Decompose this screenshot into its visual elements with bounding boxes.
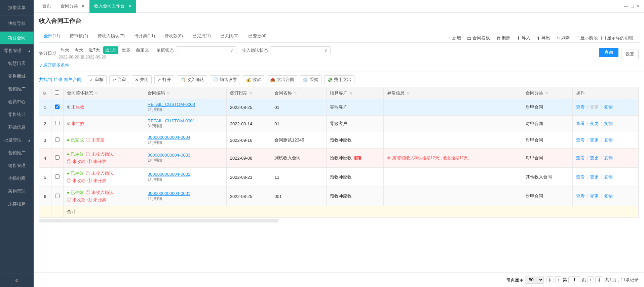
contract-code-link[interactable]: RETAIL_CUSTOM-0001 xyxy=(148,118,195,123)
show-details-input[interactable] xyxy=(601,36,606,40)
first-page-button[interactable]: |‹ xyxy=(546,276,554,283)
tab-income-contract-close[interactable]: ✕ xyxy=(128,4,131,8)
purchase-button[interactable]: 🛒 采购 xyxy=(300,75,321,84)
sort-icon[interactable]: ⇅ xyxy=(407,91,410,95)
import-button[interactable]: ⬇ 导入 xyxy=(515,34,532,42)
setting-button[interactable]: 设置 xyxy=(621,49,639,59)
prev-page-button[interactable]: ‹ xyxy=(555,276,561,283)
contract-code-link[interactable]: 0000000000004-0001 xyxy=(148,191,190,196)
contract-code-link[interactable]: RETAIL_CUSTOM-0003 xyxy=(148,102,195,107)
minimize-icon[interactable]: — xyxy=(624,4,628,9)
sidebar-item-marketing2[interactable]: 营销推广 xyxy=(0,147,34,159)
date-opt-7days[interactable]: 近7天 xyxy=(87,46,102,54)
view-link[interactable]: 查看 xyxy=(576,104,585,110)
copy-link[interactable]: 复制 xyxy=(604,155,613,161)
sort-icon[interactable]: ⇅ xyxy=(95,91,98,95)
sub-tab-closed[interactable]: 已关闭(0) xyxy=(216,30,243,42)
contract-code-link[interactable]: 0000000000004-0002 xyxy=(148,172,190,177)
date-opt-custom[interactable]: 自定义 xyxy=(134,46,151,54)
edit-link[interactable]: 变更 xyxy=(590,174,599,180)
page-size-dropdown[interactable]: 50 100 200 xyxy=(525,276,544,284)
row-checkbox[interactable] xyxy=(55,137,60,142)
approve-button[interactable]: ✓ 审核 xyxy=(87,75,107,84)
sort-icon[interactable]: ⇅ xyxy=(249,91,252,95)
sub-tab-pending-collection[interactable]: 待收款(8) xyxy=(160,30,188,42)
sidebar-item-ecommerce[interactable]: 小畅电商 xyxy=(0,172,34,185)
income-confirm-select[interactable]: ∨ xyxy=(270,46,331,54)
close-icon[interactable]: ✕ xyxy=(636,4,640,9)
edit-link[interactable]: 变更 xyxy=(590,137,599,143)
sales-invoice-button[interactable]: 📄 销售发票 xyxy=(210,75,240,84)
date-opt-1month[interactable]: 近1月 xyxy=(103,46,118,54)
view-link[interactable]: 查看 xyxy=(576,155,585,161)
tab-contract-category-close[interactable]: ✕ xyxy=(81,4,85,8)
delete-button[interactable]: 🗑 删除 xyxy=(495,34,512,42)
td-checkbox[interactable] xyxy=(51,149,63,168)
row-checkbox[interactable] xyxy=(55,155,60,160)
row-checkbox[interactable] xyxy=(55,194,60,198)
sidebar-item-smart-store[interactable]: 智慧门店 xyxy=(0,57,34,70)
view-link[interactable]: 查看 xyxy=(576,137,585,143)
sort-icon[interactable]: ⇅ xyxy=(167,91,170,95)
row-checkbox[interactable] xyxy=(55,105,60,109)
doc-status-select[interactable]: ∨ xyxy=(176,46,236,54)
copy-link[interactable]: 复制 xyxy=(604,174,613,180)
select-all-checkbox[interactable] xyxy=(55,90,59,95)
td-checkbox[interactable] xyxy=(51,99,63,116)
abandon-button[interactable]: ↩ 弃审 xyxy=(109,75,129,84)
show-segments-input[interactable] xyxy=(575,36,579,40)
row-checkbox[interactable] xyxy=(55,174,60,179)
show-segments-checkbox[interactable]: 显示阶段 xyxy=(575,35,598,41)
sub-tab-changed[interactable]: 已变更(4) xyxy=(243,30,271,42)
tab-home[interactable]: 首页 xyxy=(38,0,56,13)
date-opt-yesterday[interactable]: 昨天 xyxy=(59,46,71,54)
td-checkbox[interactable] xyxy=(51,132,63,149)
scrollbar-horizontal[interactable] xyxy=(39,219,279,222)
settings-icon[interactable]: ⚙ xyxy=(42,91,46,96)
copy-link[interactable]: 复制 xyxy=(604,137,613,143)
query-button[interactable]: 查询 xyxy=(599,48,618,57)
expand-button[interactable]: ∨ 展开更多条件 xyxy=(39,62,639,68)
export-button[interactable]: ⬆ 导出 xyxy=(535,34,552,42)
sidebar-item-marketing[interactable]: 营销推广 xyxy=(0,83,34,95)
td-checkbox[interactable] xyxy=(51,168,63,187)
sort-icon[interactable]: ⇅ xyxy=(545,91,548,95)
row-checkbox[interactable] xyxy=(55,121,60,125)
view-link[interactable]: 查看 xyxy=(576,174,585,180)
sub-tab-pending-income-confirm[interactable]: 待收入确认(7) xyxy=(93,30,129,42)
date-opt-today[interactable]: 今天 xyxy=(73,46,85,54)
collection-button[interactable]: 💰 收款 xyxy=(243,75,264,84)
td-checkbox[interactable] xyxy=(51,187,63,206)
maximize-icon[interactable]: □ xyxy=(631,4,634,9)
sort-icon[interactable]: ⇅ xyxy=(294,91,297,95)
sub-tab-done[interactable]: 已完成(1) xyxy=(188,30,216,42)
expense-button[interactable]: 💸 费用支出 xyxy=(324,75,354,84)
new-button[interactable]: + 新增 xyxy=(447,34,462,42)
td-checkbox[interactable] xyxy=(51,116,63,132)
sidebar-item-retail-mgmt[interactable]: 零售管理 ▲ xyxy=(0,44,34,57)
contract-board-button[interactable]: ▤ 合同看板 xyxy=(466,34,491,42)
sidebar-item-project-contract[interactable]: 项目合同 xyxy=(0,32,34,44)
sidebar-item-retail-mall[interactable]: 零售商城 xyxy=(0,70,34,83)
show-details-checkbox[interactable]: 显示标的明细 xyxy=(601,35,633,41)
sidebar-search[interactable]: 搜索菜单 xyxy=(0,0,34,16)
page-number-input[interactable] xyxy=(568,276,580,283)
income-confirm-button[interactable]: 📋 收入确认 xyxy=(177,75,207,84)
edit-link[interactable]: 变更 xyxy=(590,121,599,127)
edit-link[interactable]: 变更 xyxy=(590,193,599,199)
edit-link[interactable]: 变更 xyxy=(590,104,599,110)
sort-icon[interactable]: ⇅ xyxy=(349,91,352,95)
tab-contract-category[interactable]: 合同分类 ✕ xyxy=(56,0,89,13)
sidebar-item-member[interactable]: 会员中心 xyxy=(0,95,34,108)
view-link[interactable]: 查看 xyxy=(576,193,585,199)
sub-tab-all[interactable]: 全部(11) xyxy=(39,30,65,42)
sidebar-item-retail-stats[interactable]: 零售统计 xyxy=(0,108,34,121)
sidebar-item-sales-mgmt[interactable]: 销售管理 xyxy=(0,159,34,172)
sub-tab-pending-invoice[interactable]: 待开票(11) xyxy=(129,30,160,42)
date-opt-more[interactable]: 更多 xyxy=(120,46,132,54)
contract-code-link[interactable]: 0000000000004-0004 xyxy=(148,135,190,140)
sidebar-item-inventory[interactable]: 库存核算 xyxy=(0,198,34,210)
contract-code-link[interactable]: 0000000000004-0003 xyxy=(148,153,190,158)
refresh-button[interactable]: ↻ 刷新 xyxy=(555,34,571,42)
sub-tab-pending-review[interactable]: 待审核(2) xyxy=(65,30,93,42)
